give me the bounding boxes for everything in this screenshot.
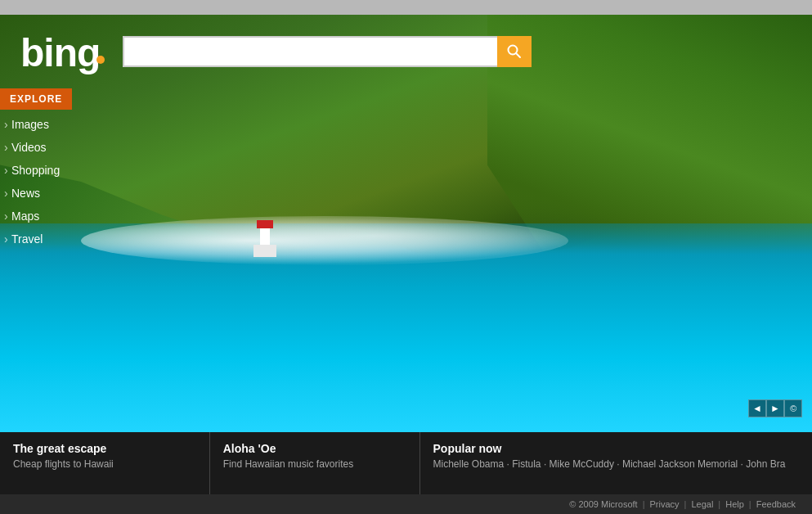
search-input[interactable] — [123, 36, 497, 67]
svg-line-3 — [516, 53, 520, 57]
panel-great-escape[interactable]: The great escape Cheap flights to Hawaii — [0, 432, 210, 494]
panel-aloha-oe[interactable]: Aloha 'Oe Find Hawaiian music favorites — [210, 432, 420, 494]
panel-popular-now-subtitle: Michelle Obama · Fistula · Mike McCuddy … — [433, 458, 800, 470]
bottom-bar: The great escape Cheap flights to Hawaii… — [0, 432, 812, 514]
main-container: bing EXPLORE Images Videos Shopping News… — [0, 0, 812, 514]
explore-label: EXPLORE — [0, 88, 72, 110]
panel-popular-now-title: Popular now — [433, 442, 800, 455]
sidebar-item-shopping[interactable]: Shopping — [0, 159, 123, 182]
sidebar-item-travel[interactable]: Travel — [0, 228, 123, 250]
explore-panel: EXPLORE Images Videos Shopping News Maps… — [0, 15, 123, 250]
footer-copyright: © 2009 Microsoft — [569, 499, 637, 509]
bottom-panels: The great escape Cheap flights to Hawaii… — [0, 432, 812, 494]
sidebar-item-images[interactable]: Images — [0, 113, 123, 136]
nav-next-button[interactable]: ► — [766, 399, 784, 417]
footer-link-privacy[interactable]: Privacy — [650, 499, 680, 509]
sidebar-item-maps[interactable]: Maps — [0, 205, 123, 228]
panel-popular-now[interactable]: Popular now Michelle Obama · Fistula · M… — [420, 432, 813, 494]
nav-info-button[interactable]: © — [784, 399, 802, 417]
search-bar — [123, 36, 532, 67]
panel-aloha-oe-subtitle: Find Hawaiian music favorites — [223, 458, 406, 470]
footer-link-feedback[interactable]: Feedback — [756, 499, 796, 509]
panel-great-escape-title: The great escape — [13, 442, 196, 455]
nav-prev-button[interactable]: ◄ — [748, 399, 766, 417]
footer: © 2009 Microsoft | Privacy | Legal | Hel… — [0, 494, 812, 514]
footer-link-legal[interactable]: Legal — [691, 499, 713, 509]
top-border — [0, 0, 812, 15]
sidebar-item-news[interactable]: News — [0, 182, 123, 205]
wave-foam — [81, 216, 568, 265]
sidebar-item-videos[interactable]: Videos — [0, 136, 123, 159]
panel-great-escape-subtitle: Cheap flights to Hawaii — [13, 458, 196, 470]
search-button[interactable] — [497, 36, 532, 67]
lighthouse — [260, 228, 270, 257]
footer-link-help[interactable]: Help — [725, 499, 744, 509]
panel-aloha-oe-title: Aloha 'Oe — [223, 442, 406, 455]
search-icon — [507, 44, 522, 59]
